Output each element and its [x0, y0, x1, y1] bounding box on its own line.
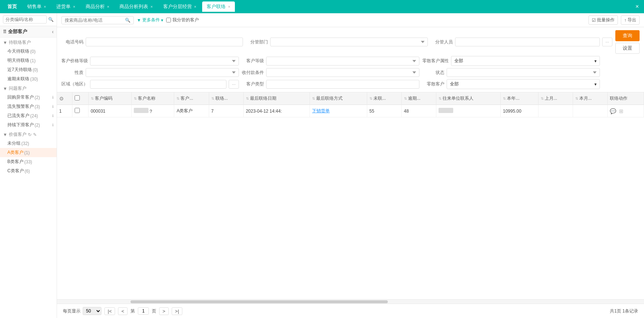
status-select[interactable] [447, 68, 600, 77]
sidebar-item-week[interactable]: 近7天待联络 (0) [0, 65, 57, 74]
sidebar-search-icon[interactable]: 🔍 [48, 17, 54, 22]
tab-sales-label: 销售单 [27, 3, 42, 10]
col-code[interactable]: 客户编码 [88, 92, 131, 105]
grid-action-icon[interactable]: ⊞ [619, 108, 623, 114]
payment-select[interactable] [266, 68, 419, 77]
region-dots-btn[interactable]: ··· [229, 80, 239, 89]
sidebar-item-c-class[interactable]: C类客户 (6) [0, 166, 57, 176]
sidebar-collapse-icon[interactable]: ‹ [52, 29, 54, 35]
cell-checkbox [72, 105, 88, 117]
c-class-label: C类客户 [7, 168, 24, 174]
phone-input[interactable] [86, 38, 243, 46]
tab-goods-analysis[interactable]: 商品分析 × [81, 1, 114, 12]
first-page-button[interactable]: |< [104, 307, 115, 315]
tab-customer-tier[interactable]: 客户分层经营 × [159, 1, 201, 12]
tab-purchase[interactable]: 进货单 × [52, 1, 79, 12]
info-icon3[interactable]: ℹ [52, 114, 54, 118]
sidebar-search-input[interactable] [3, 15, 47, 24]
sidebar-item-lost[interactable]: 已流失客户 (24) ℹ [0, 111, 57, 120]
col-last-method[interactable]: 最后联络方式 [310, 92, 367, 105]
sidebar-search-area: 🔍 [0, 13, 57, 26]
price-grade-select[interactable] [90, 57, 239, 66]
sidebar-item-a-class[interactable]: A类客户 (1) [0, 148, 57, 157]
col-name[interactable]: 客户名称 [131, 92, 174, 105]
name-suffix: ? [150, 109, 152, 114]
col-no-contact[interactable]: 未联... [367, 92, 401, 105]
last-method-link[interactable]: 下销货单 [312, 108, 330, 113]
region-input[interactable] [90, 80, 226, 89]
col-last-date[interactable]: 最后联络日期 [243, 92, 310, 105]
phone-label: 电话号码 [61, 39, 83, 45]
filter-form: 电话号码 分管部门 分管人员 ··· 查询 设置 [57, 27, 644, 92]
col-overdue[interactable]: 逾期... [401, 92, 436, 105]
close-customer-tier-icon[interactable]: × [194, 4, 196, 9]
tab-customer-contact[interactable]: 客户联络 × [202, 1, 235, 12]
chat-icon[interactable]: 💬 [610, 108, 616, 114]
retail-attr-select[interactable]: 全部 ▾ [451, 56, 600, 66]
dept-select[interactable] [270, 38, 427, 46]
table-settings-icon[interactable]: ⚙ [59, 96, 64, 102]
tab-sales[interactable]: 销售单 × [23, 1, 50, 12]
table-header-row: ⚙ 客户编码 客户名称 客户... 联络... 最后联络日期 最后联络方式 未联… [57, 92, 644, 105]
tab-home[interactable]: 首页 [3, 1, 21, 12]
nature-select[interactable] [86, 68, 239, 77]
customer-grade-select[interactable] [266, 57, 419, 66]
next-page-button[interactable]: > [159, 307, 169, 315]
sidebar-item-repurchase[interactable]: 回购异常客户 (2) ℹ [0, 93, 57, 102]
sidebar-item-b-class[interactable]: B类客户 (33) [0, 157, 57, 166]
sidebar-item-overdue[interactable]: 逾期未联络 (30) [0, 74, 57, 84]
prev-page-button[interactable]: < [118, 307, 128, 315]
col-settings: ⚙ [57, 92, 72, 105]
retail-customer-select[interactable]: 全部 ▾ [447, 79, 600, 89]
sidebar-item-churn[interactable]: 流失预警客户 (3) ℹ [0, 102, 57, 111]
tab-goods-list[interactable]: 商品分析列表 × [115, 1, 157, 12]
person-dots-btn[interactable]: ··· [602, 38, 612, 46]
payment-field: 收付款条件 [242, 68, 419, 77]
col-this-month[interactable]: 本月... [573, 92, 607, 105]
sidebar-item-today[interactable]: 今天待联络 (0) [0, 47, 57, 56]
close-goods-analysis-icon[interactable]: × [107, 4, 109, 9]
close-goods-list-icon[interactable]: × [150, 4, 153, 9]
row-checkbox[interactable] [75, 108, 80, 113]
col-unit-contact[interactable]: 往来单位联系人 [436, 92, 501, 105]
page-size-select[interactable]: 20 50 100 [83, 307, 101, 315]
settings-button[interactable]: 设置 [615, 43, 640, 54]
sidebar-item-declining[interactable]: 持续下滑客户 (2) ℹ [0, 120, 57, 130]
close-sales-icon[interactable]: × [44, 4, 46, 9]
arrow-down-icon: ▼ [3, 40, 7, 45]
col-contact[interactable]: 联络... [209, 92, 243, 105]
my-customers-checkbox[interactable] [166, 18, 171, 22]
cell-code: 000031 [88, 105, 131, 117]
chevron-icon2: ▾ [594, 82, 597, 87]
today-label: 今天待联络 [7, 48, 29, 54]
close-customer-contact-icon[interactable]: × [228, 4, 230, 9]
info-icon4[interactable]: ℹ [52, 123, 54, 127]
search-input[interactable] [65, 18, 124, 23]
last-page-button[interactable]: >| [172, 307, 182, 315]
close-all-button[interactable]: × [633, 3, 641, 10]
search-icon2[interactable]: 🔍 [125, 18, 130, 23]
info-icon2[interactable]: ℹ [52, 105, 54, 109]
col-type[interactable]: 客户... [174, 92, 209, 105]
col-this-year[interactable]: 本年... [501, 92, 538, 105]
close-purchase-icon[interactable]: × [73, 4, 75, 9]
sidebar-item-tomorrow[interactable]: 明天待联络 (1) [0, 56, 57, 65]
refresh-icon[interactable]: ↻ [28, 132, 32, 137]
page-number-input[interactable] [138, 307, 149, 315]
batch-op-button[interactable]: ☑ 批量操作 [588, 15, 618, 25]
customer-type-input[interactable] [266, 80, 419, 89]
all-customers-header[interactable]: ⠿ 全部客户 ‹ [0, 26, 57, 38]
query-button[interactable]: 查询 [615, 30, 640, 41]
select-all-checkbox[interactable] [75, 95, 80, 100]
a-class-label: A类客户 [7, 149, 24, 156]
export-button[interactable]: ↑ 导出 [621, 15, 640, 25]
horizontal-scrollbar[interactable] [130, 300, 388, 303]
person-input[interactable] [455, 38, 600, 46]
cell-overdue: 48 [401, 105, 436, 117]
sidebar-item-ungroup[interactable]: 未分组 (32) [0, 139, 57, 148]
more-filters-btn[interactable]: ▼ 更多条件 ▾ [137, 17, 163, 23]
info-icon[interactable]: ℹ [52, 95, 54, 99]
edit-icon[interactable]: ✎ [33, 132, 37, 137]
pending-contact-label: 待联络客户 [9, 39, 31, 46]
col-last-month[interactable]: 上月... [538, 92, 573, 105]
